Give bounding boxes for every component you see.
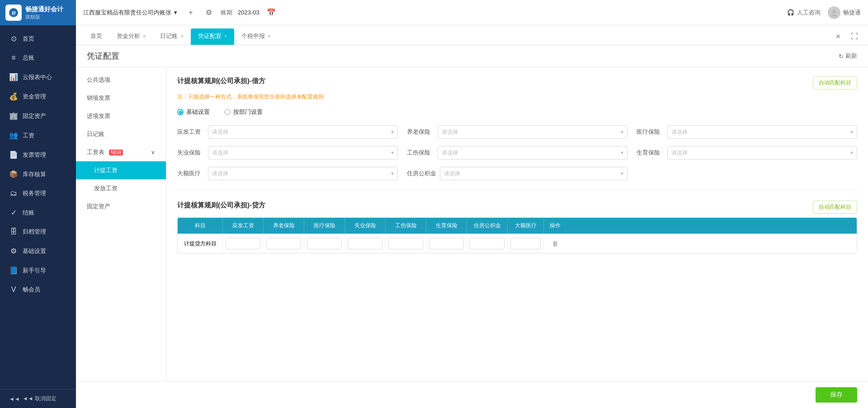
- td-housing-input[interactable]: [467, 234, 508, 253]
- input-pension[interactable]: [266, 238, 301, 249]
- th-action: 操作: [544, 218, 566, 234]
- td-maternity-input[interactable]: [426, 234, 467, 253]
- tab-close-all-button[interactable]: ×: [832, 30, 844, 43]
- left-nav-accrue-salary[interactable]: 计提工资: [76, 161, 166, 179]
- sidebar-footer-cancel[interactable]: ◄◄ ◄◄ 取消固定: [0, 389, 76, 408]
- page-header: 凭证配置 ↻ 刷新: [76, 45, 868, 67]
- left-nav-sales-invoice[interactable]: 销项发票: [76, 89, 166, 107]
- sidebar-item-工资[interactable]: 👥 工资: [0, 126, 76, 145]
- left-nav-purchase-invoice[interactable]: 进项发票: [76, 107, 166, 125]
- left-nav-journal-label: 日记账: [87, 130, 104, 138]
- nav-icon-新手引导: 📘: [9, 266, 18, 275]
- debit-note: 注：只能选择一种方式，系统将按照您当前的选择来配置规则: [177, 93, 857, 101]
- input-medical[interactable]: [307, 238, 342, 249]
- input-maternity[interactable]: [429, 238, 464, 249]
- td-gross-input[interactable]: [223, 234, 264, 253]
- field-housing-fund: 住房公积金 请选择 ▾: [407, 167, 627, 180]
- sidebar-item-税务管理[interactable]: 🗂 税务管理: [0, 184, 76, 203]
- nav-icon-税务管理: 🗂: [9, 189, 18, 197]
- headset-icon: 🎧: [787, 9, 794, 16]
- field-large-medical-label: 大额医疗: [177, 169, 204, 178]
- td-pension-input[interactable]: [264, 234, 304, 253]
- sidebar-item-库存核算[interactable]: 📦 库存核算: [0, 164, 76, 184]
- nav-label-总账: 总账: [23, 54, 34, 62]
- td-delete[interactable]: 🗑: [544, 234, 566, 253]
- page-title: 凭证配置: [87, 51, 119, 61]
- input-large-medical[interactable]: [510, 238, 541, 249]
- tab-journal[interactable]: 日记账 ×: [153, 28, 190, 45]
- sidebar-item-结账[interactable]: ✓ 结账: [0, 203, 76, 222]
- credit-table: 科目 应发工资 养老保险 医疗保险 失业保险 工伤保险 生育保险 住房公积金 大…: [177, 217, 857, 253]
- sidebar-item-发票管理[interactable]: 📄 发票管理: [0, 145, 76, 164]
- select-pension[interactable]: 请选择 ▾: [438, 125, 627, 139]
- left-nav-journal[interactable]: 日记账: [76, 125, 166, 143]
- radio-basic[interactable]: 基础设置: [177, 108, 210, 116]
- input-housing[interactable]: [470, 238, 505, 249]
- left-nav-fixed-assets[interactable]: 固定资产: [76, 197, 166, 216]
- left-nav-public[interactable]: 公共选项: [76, 71, 166, 89]
- field-large-medical: 大额医疗 请选择 ▾: [177, 167, 398, 180]
- delete-row-icon[interactable]: 🗑: [552, 240, 558, 247]
- settings-button[interactable]: ⚙: [203, 6, 215, 19]
- credit-title: 计提核算规则(公司承担)-贷方: [177, 201, 265, 210]
- new-badge: NEW: [109, 150, 123, 155]
- tab-home[interactable]: 首页: [83, 28, 109, 45]
- table-header: 科目 应发工资 养老保险 医疗保险 失业保险 工伤保险 生育保险 住房公积金 大…: [178, 218, 857, 234]
- tab-tax[interactable]: 个税申报 ×: [234, 28, 278, 45]
- tab-journal-close[interactable]: ×: [180, 33, 183, 39]
- add-button[interactable]: +: [184, 6, 197, 19]
- input-gross[interactable]: [226, 238, 260, 249]
- td-work-injury-input[interactable]: [386, 234, 426, 253]
- select-work-injury[interactable]: 请选择 ▾: [438, 146, 627, 159]
- sidebar-item-固定资产[interactable]: 🏢 固定资产: [0, 106, 76, 126]
- tab-maximize-button[interactable]: ⛶: [848, 30, 861, 43]
- sidebar-item-首页[interactable]: ⊙ 首页: [0, 29, 76, 48]
- company-selector[interactable]: 江西服宝精品有限责任公司内账张 ▾: [83, 9, 177, 17]
- select-medical[interactable]: 请选择 ▾: [667, 125, 857, 139]
- input-unemployment[interactable]: [348, 238, 382, 249]
- sidebar: 好 畅捷通好会计 旗舰版 ⊙ 首页 ≡ 总账 📊 云报表中心 💰 资金管理 🏢 …: [0, 0, 76, 408]
- select-medical-placeholder: 请选择: [671, 128, 688, 136]
- radio-department[interactable]: 按部门设置: [224, 108, 263, 116]
- nav-label-固定资产: 固定资产: [23, 112, 46, 120]
- td-medical-input[interactable]: [304, 234, 345, 253]
- select-gross-salary[interactable]: 请选择 ▾: [208, 125, 398, 139]
- tab-voucher-close[interactable]: ×: [224, 33, 227, 39]
- user-item[interactable]: 畅捷通: [828, 6, 861, 19]
- section-divider: [177, 189, 857, 190]
- left-nav-pay-salary[interactable]: 发放工资: [76, 179, 166, 197]
- select-unemployment[interactable]: 请选择 ▾: [208, 146, 398, 159]
- sidebar-item-资金管理[interactable]: 💰 资金管理: [0, 87, 76, 106]
- select-housing-fund[interactable]: 请选择 ▾: [440, 167, 627, 180]
- tab-capital-close[interactable]: ×: [143, 33, 146, 39]
- nav-label-库存核算: 库存核算: [23, 170, 46, 178]
- refresh-button[interactable]: ↻ 刷新: [839, 52, 857, 60]
- tab-voucher-config[interactable]: 凭证配置 ×: [191, 28, 234, 45]
- td-large-medical-input[interactable]: [508, 234, 544, 253]
- support-item[interactable]: 🎧 人工咨询: [787, 9, 821, 17]
- sidebar-item-基础设置[interactable]: ⚙ 基础设置: [0, 241, 76, 261]
- tab-capital-label: 资金分析: [117, 32, 140, 40]
- sidebar-item-归档管理[interactable]: 🗄 归档管理: [0, 222, 76, 241]
- left-nav-sales-label: 销项发票: [87, 94, 110, 102]
- radio-dept-label: 按部门设置: [233, 108, 263, 116]
- sidebar-item-新手引导[interactable]: 📘 新手引导: [0, 261, 76, 280]
- calendar-button[interactable]: 📅: [265, 6, 278, 19]
- sidebar-item-畅会员[interactable]: V 畅会员: [0, 280, 76, 299]
- select-gross-placeholder: 请选择: [212, 128, 228, 136]
- select-large-medical[interactable]: 请选择 ▾: [208, 167, 398, 180]
- credit-auto-match-button[interactable]: 自动匹配科目: [813, 201, 857, 214]
- select-maternity[interactable]: 请选择 ▾: [667, 146, 857, 159]
- field-maternity-label: 生育保险: [637, 149, 664, 157]
- td-unemployment-input[interactable]: [345, 234, 386, 253]
- tab-capital-analysis[interactable]: 资金分析 ×: [109, 28, 153, 45]
- sidebar-item-总账[interactable]: ≡ 总账: [0, 48, 76, 67]
- left-nav-salary-table[interactable]: 工资表 NEW ∨: [76, 143, 166, 161]
- sidebar-item-云报表中心[interactable]: 📊 云报表中心: [0, 67, 76, 87]
- page-content: 凭证配置 ↻ 刷新 公共选项 销项发票 进项发票 日记账: [76, 45, 868, 408]
- select-maternity-placeholder: 请选择: [671, 149, 688, 157]
- debit-auto-match-button[interactable]: 自动匹配科目: [813, 76, 857, 89]
- save-button[interactable]: 保存: [816, 387, 857, 403]
- tab-tax-close[interactable]: ×: [268, 33, 270, 39]
- input-work-injury[interactable]: [388, 238, 423, 249]
